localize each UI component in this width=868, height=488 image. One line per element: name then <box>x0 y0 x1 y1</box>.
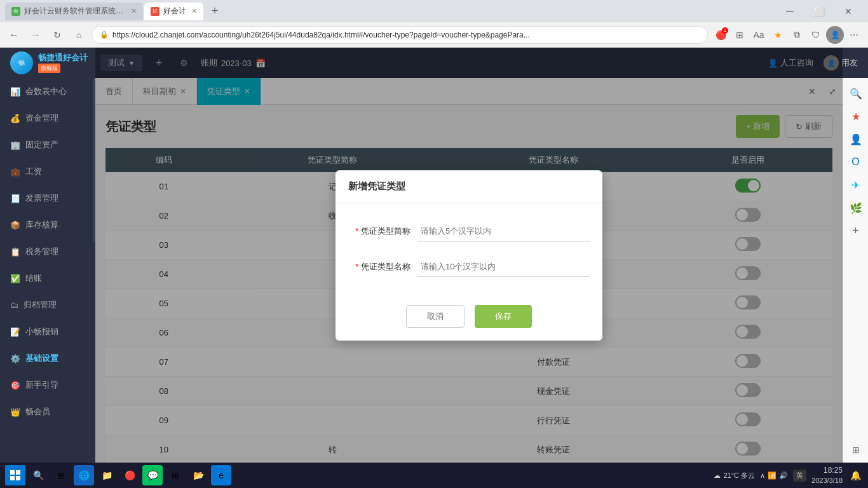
right-panel-green-icon[interactable]: 🌿 <box>846 198 866 218</box>
tab-close-1[interactable]: ✕ <box>131 7 137 15</box>
sidebar-label-capital: 资金管理 <box>25 112 58 124</box>
logo-icon: 畅 <box>10 51 33 74</box>
taskbar-clock[interactable]: 18:25 2023/3/18 <box>811 465 843 485</box>
browser-toolbar: ← → ↻ ⌂ 🔒 https://cloud2.chanjet.com/acc… <box>0 22 868 48</box>
invoice-icon: 🧾 <box>10 194 20 203</box>
tab-title-2: 好会计 <box>163 6 186 17</box>
taskbar-right: ☁ 21°C 多云 ∧ 📶 🔊 英 18:25 2023/3/18 🔔 <box>714 465 863 485</box>
window-minimize[interactable]: ─ <box>775 0 804 22</box>
inventory-icon: 📦 <box>10 220 20 230</box>
user-profile-icon[interactable]: 👤 <box>826 26 844 44</box>
name-label: * 凭证类型名称 <box>348 261 418 273</box>
sidebar-item-tax[interactable]: 📋 税务管理 <box>0 238 95 265</box>
address-bar[interactable]: 🔒 https://cloud2.chanjet.com/accounting/… <box>92 26 708 44</box>
name-input[interactable] <box>418 257 590 277</box>
taskbar-edge-icon[interactable]: e <box>211 465 231 485</box>
sidebar-label-tax: 税务管理 <box>25 246 58 257</box>
ext-icon-1[interactable]: 🔴 1 <box>712 26 729 44</box>
forward-button[interactable]: → <box>27 26 44 44</box>
sidebar-item-capital[interactable]: 💰 资金管理 <box>0 105 95 132</box>
svg-rect-2 <box>10 476 15 480</box>
taskbar-explorer-icon[interactable]: 📁 <box>97 465 117 485</box>
sidebar-item-settings[interactable]: ⚙️ 基础设置 <box>0 345 95 372</box>
sidebar-label-invoice: 发票管理 <box>25 193 58 204</box>
tab-favicon-1: 会 <box>11 7 20 16</box>
taskbar: 🔍 ⊞ 🌐 📁 🔴 💬 ⊞ 📂 e ☁ 21°C 多云 ∧ 📶 🔊 英 18:2… <box>0 463 868 488</box>
sidebar-label-settlement: 结账 <box>25 273 42 284</box>
svg-rect-3 <box>16 476 20 480</box>
sidebar-item-archive[interactable]: 🗂 归档管理 <box>0 292 95 318</box>
right-panel-star-icon[interactable]: ★ <box>846 106 866 126</box>
tab-close-2[interactable]: ✕ <box>191 7 197 15</box>
window-close[interactable]: ✕ <box>834 0 863 22</box>
sidebar-label-fixed-assets: 固定资产 <box>25 139 58 151</box>
right-panel-search-icon[interactable]: 🔍 <box>846 83 866 104</box>
ext-icon-2[interactable]: ⊞ <box>731 26 749 44</box>
right-panel-user-icon[interactable]: 👤 <box>846 129 866 149</box>
home-button[interactable]: ⌂ <box>70 26 88 44</box>
abbr-label-text: 凭证类型简称 <box>361 226 410 236</box>
ext-icon-5[interactable]: ⧉ <box>788 26 806 44</box>
modal-overlay: 新增凭证类型 * 凭证类型简称 * 凭证类型名称 取消 保存 <box>95 48 843 463</box>
member-icon: 👑 <box>10 407 20 417</box>
taskbar-notification-icon[interactable]: 🔔 <box>848 468 863 483</box>
taskbar-apps-icon[interactable]: ⊞ <box>165 465 186 485</box>
taskbar-view-icon[interactable]: ⊞ <box>51 465 71 485</box>
sidebar-item-guide[interactable]: 🎯 新手引导 <box>0 372 95 398</box>
right-panel-plus-icon[interactable]: + <box>846 220 866 241</box>
browser-tab-bar: 会 好会计云财务软件管理系统_会计 ✕ 好 好会计 ✕ + ─ ⬜ ✕ <box>0 0 868 22</box>
sidebar-item-fixed-assets[interactable]: 🏢 固定资产 <box>0 132 95 158</box>
taskbar-start-button[interactable] <box>5 465 25 485</box>
sidebar-item-expense[interactable]: 📝 小畅报销 <box>0 318 95 345</box>
weather-text: 21°C 多云 <box>723 471 755 480</box>
logo-text: 畅捷通好会计 <box>38 53 88 63</box>
taskbar-sys-tray: ∧ 📶 🔊 <box>760 471 788 480</box>
taskbar-weather: ☁ 21°C 多云 <box>714 471 755 480</box>
back-button[interactable]: ← <box>5 26 23 44</box>
ext-icon-3[interactable]: Aa <box>750 26 768 44</box>
form-row-abbr: * 凭证类型简称 <box>348 221 590 241</box>
taskbar-browser-icon[interactable]: 🌐 <box>74 465 94 485</box>
sidebar-item-inventory[interactable]: 📦 库存核算 <box>0 212 95 238</box>
window-maximize[interactable]: ⬜ <box>804 0 834 22</box>
sidebar-label-expense: 小畅报销 <box>25 326 58 337</box>
weather-icon: ☁ <box>714 471 721 480</box>
sidebar-item-dashboard[interactable]: 📊 会数表中心 <box>0 78 95 105</box>
browser-tab-active[interactable]: 好 好会计 ✕ <box>144 3 203 20</box>
fixed-assets-icon: 🏢 <box>10 140 20 150</box>
taskbar-chrome-icon[interactable]: 🔴 <box>119 465 140 485</box>
sidebar-item-settlement[interactable]: ✅ 结账 <box>0 265 95 292</box>
taskbar-wechat-icon[interactable]: 💬 <box>142 465 163 485</box>
sidebar-item-salary[interactable]: 💼 工资 <box>0 158 95 185</box>
taskbar-date: 2023/3/18 <box>811 476 843 485</box>
required-mark-1: * <box>355 226 358 236</box>
right-panel-grid-icon[interactable]: ⊞ <box>846 440 866 460</box>
reload-button[interactable]: ↻ <box>48 26 66 44</box>
right-panel-outlook-icon[interactable]: O <box>846 152 866 172</box>
taskbar-search-icon[interactable]: 🔍 <box>28 465 48 485</box>
tray-up-icon[interactable]: ∧ <box>760 471 765 480</box>
logo-badge: 旗舰版 <box>38 64 60 73</box>
abbr-input[interactable] <box>418 221 590 241</box>
sidebar-label-dashboard: 会数表中心 <box>25 86 67 97</box>
browser-tab-inactive[interactable]: 会 好会计云财务软件管理系统_会计 ✕ <box>5 3 143 20</box>
svg-rect-1 <box>16 470 20 475</box>
new-tab-button[interactable]: + <box>206 3 224 20</box>
archive-icon: 🗂 <box>10 301 18 310</box>
sidebar-item-member[interactable]: 👑 畅会员 <box>0 398 95 425</box>
guide-icon: 🎯 <box>10 381 20 390</box>
ext-icon-4[interactable]: ★ <box>769 26 787 44</box>
ext-icon-6[interactable]: 🛡 <box>807 26 825 44</box>
taskbar-folder-icon[interactable]: 📂 <box>188 465 208 485</box>
sidebar-item-invoice[interactable]: 🧾 发票管理 <box>0 185 95 212</box>
address-text: https://cloud2.chanjet.com/accounting/uh… <box>112 30 700 39</box>
modal-header: 新增凭证类型 <box>336 170 602 203</box>
svg-rect-0 <box>10 470 15 475</box>
more-options-button[interactable]: ⋯ <box>845 26 863 44</box>
tray-speaker-icon[interactable]: 🔊 <box>779 471 788 480</box>
ssl-lock-icon: 🔒 <box>100 30 109 39</box>
right-panel-extension-icon[interactable]: ✈ <box>846 175 866 195</box>
cancel-button[interactable]: 取消 <box>406 305 465 328</box>
save-button[interactable]: 保存 <box>475 305 532 328</box>
tray-wifi-icon[interactable]: 📶 <box>768 471 776 480</box>
